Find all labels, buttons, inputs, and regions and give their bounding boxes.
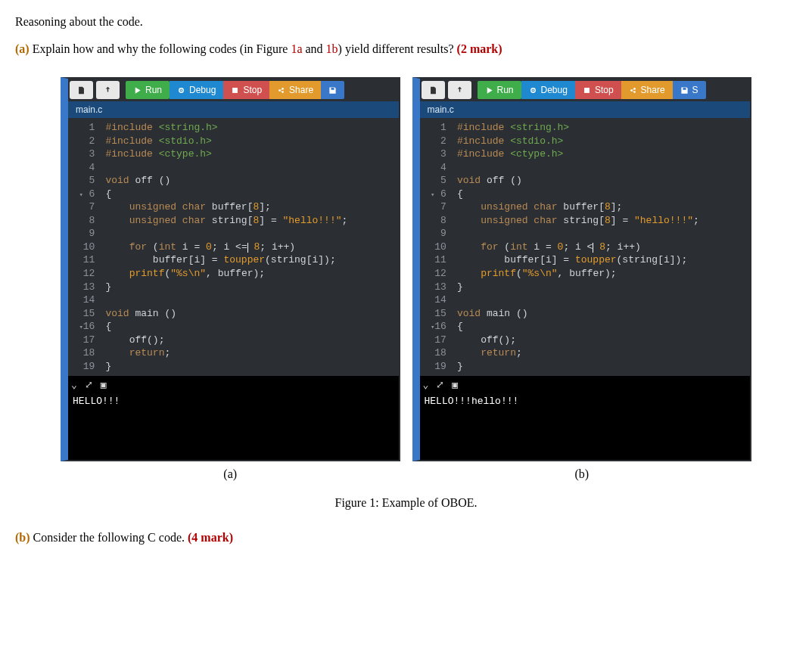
share-button[interactable]: Share	[621, 81, 673, 99]
share-label: Share	[289, 85, 313, 95]
subcaption-b: (b)	[412, 467, 752, 481]
debug-button[interactable]: Debug	[170, 81, 223, 99]
svg-rect-3	[331, 88, 334, 90]
question-a: (a) Explain how and why the following co…	[15, 42, 797, 56]
debug-icon	[529, 86, 537, 95]
share-label: Share	[641, 85, 665, 95]
run-label: Run	[145, 85, 162, 95]
stop-icon	[583, 86, 591, 95]
output-bar-b: ⌄ ⤢ ▣	[420, 376, 751, 394]
svg-rect-2	[232, 88, 238, 93]
figure-ref-1b: 1b	[326, 42, 338, 55]
toolbar-b: Run Debug Stop Share S	[420, 79, 751, 101]
svg-point-1	[180, 89, 182, 91]
share-button[interactable]: Share	[269, 81, 321, 99]
save-button[interactable]	[321, 81, 344, 99]
gutter-a: 1 2 3 4 5 ▾ 6 7 8 9 10 11 12 13 14 15 ▾1…	[68, 118, 101, 376]
subcaption-row: (a) (b)	[61, 467, 751, 481]
question-a-text-mid: and	[302, 42, 325, 55]
tab-main-c[interactable]: main.c	[68, 101, 113, 118]
upload-icon	[456, 86, 464, 95]
upload-button[interactable]	[96, 81, 120, 99]
debug-button[interactable]: Debug	[521, 81, 575, 99]
debug-icon	[177, 86, 185, 95]
tab-bar-b: main.c	[420, 101, 751, 118]
code-b: #include <string.h> #include <stdio.h> #…	[453, 118, 699, 376]
debug-label: Debug	[541, 85, 568, 95]
code-area-b[interactable]: 1 2 3 4 5 ▾ 6 7 8 9 10 11 12 13 14 15 ▾1…	[420, 118, 751, 376]
question-a-marks: (2 mark)	[457, 42, 502, 55]
window-icon[interactable]: ▣	[101, 379, 107, 391]
svg-rect-6	[584, 88, 590, 93]
resize-icon[interactable]: ⤢	[436, 379, 444, 391]
figure-ref-1a: 1a	[291, 42, 302, 55]
chevron-down-icon[interactable]: ⌄	[71, 379, 77, 391]
stop-label: Stop	[243, 85, 262, 95]
save-icon	[328, 86, 337, 95]
run-button[interactable]: Run	[478, 81, 521, 99]
run-label: Run	[497, 85, 514, 95]
question-b: (b) Consider the following C code. (4 ma…	[15, 531, 797, 545]
window-icon[interactable]: ▣	[452, 379, 458, 391]
save-label: S	[692, 85, 698, 95]
figure-caption: Figure 1: Example of OBOE.	[15, 496, 797, 510]
upload-icon	[104, 86, 112, 95]
question-b-label: (b)	[15, 531, 30, 544]
save-button[interactable]: S	[673, 81, 706, 99]
question-a-text-1: Explain how and why the following codes …	[30, 42, 291, 55]
file-icon	[77, 86, 86, 95]
new-file-button[interactable]	[422, 81, 445, 99]
file-icon	[429, 86, 437, 95]
page-title: Reasoning about the code.	[15, 15, 797, 29]
chevron-down-icon[interactable]: ⌄	[423, 379, 429, 391]
stop-icon	[231, 86, 239, 95]
output-text-b: HELLO!!!hello!!!	[420, 394, 751, 460]
toolbar-a: Run Debug Stop Share	[68, 79, 399, 101]
resize-icon[interactable]: ⤢	[85, 379, 93, 391]
editor-panel-b: Run Debug Stop Share S main.c 1 2 3 4 5 …	[412, 77, 752, 461]
output-bar-a: ⌄ ⤢ ▣	[68, 376, 399, 394]
svg-rect-7	[683, 88, 686, 90]
gutter-b: 1 2 3 4 5 ▾ 6 7 8 9 10 11 12 13 14 15 ▾1…	[420, 118, 453, 376]
stop-button[interactable]: Stop	[575, 81, 621, 99]
subcaption-a: (a)	[61, 467, 400, 481]
debug-label: Debug	[189, 85, 216, 95]
question-a-text-2: ) yield different results?	[338, 42, 457, 55]
new-file-button[interactable]	[70, 81, 93, 99]
question-a-label: (a)	[15, 42, 30, 55]
stop-button[interactable]: Stop	[223, 81, 269, 99]
play-icon	[485, 86, 493, 95]
upload-button[interactable]	[448, 81, 471, 99]
question-b-marks: (4 mark)	[188, 531, 233, 544]
run-button[interactable]: Run	[126, 81, 170, 99]
code-area-a[interactable]: 1 2 3 4 5 ▾ 6 7 8 9 10 11 12 13 14 15 ▾1…	[68, 118, 399, 376]
output-text-a: HELLO!!!	[68, 394, 399, 460]
figures-row: Run Debug Stop Share main.c 1 2 3 4 5 ▾ …	[61, 77, 751, 461]
stop-label: Stop	[595, 85, 614, 95]
tab-main-c[interactable]: main.c	[420, 101, 465, 118]
code-a: #include <string.h> #include <stdio.h> #…	[101, 118, 347, 376]
share-icon	[277, 86, 285, 95]
tab-bar-a: main.c	[68, 101, 399, 118]
editor-panel-a: Run Debug Stop Share main.c 1 2 3 4 5 ▾ …	[61, 77, 400, 461]
share-icon	[629, 86, 637, 95]
question-b-text: Consider the following C code.	[30, 531, 188, 544]
svg-point-5	[532, 89, 534, 91]
play-icon	[133, 86, 142, 95]
save-icon	[680, 86, 689, 95]
